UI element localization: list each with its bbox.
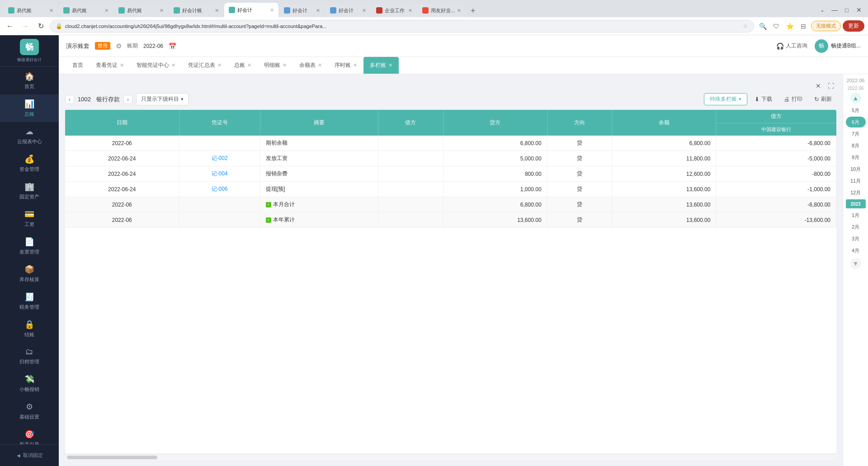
cell-voucher[interactable]: 记-004 (179, 166, 260, 182)
star-icon[interactable]: ☆ (743, 23, 748, 29)
expand-panel-btn[interactable]: ⛶ (826, 80, 836, 91)
voucher-view-close[interactable]: ✕ (120, 62, 124, 68)
sidebar-toggle-icon[interactable]: ⊟ (797, 20, 809, 32)
multi-col-btn[interactable]: 特殊多栏账 ▾ (704, 93, 747, 105)
tab-7[interactable]: 好会计 ✕ (326, 4, 371, 17)
address-bar: ← → ↻ 🔒 cloud2.chanjet.com/accounting/uh… (0, 17, 868, 35)
refresh-label: 刷新 (821, 95, 832, 103)
month-2[interactable]: 2月 (846, 221, 866, 232)
cell-direction: 贷 (547, 197, 612, 212)
refresh-btn[interactable]: ↻ 刷新 (810, 94, 836, 105)
table-row: 2022-06期初余额6,800.00贷6,800.00-6,800.00 (65, 136, 836, 151)
next-account-btn[interactable]: › (123, 95, 132, 104)
cell-debit (378, 212, 443, 228)
month-9[interactable]: 9月 (846, 152, 866, 163)
month-4[interactable]: 4月 (846, 245, 866, 256)
filter-btn[interactable]: 只显示下级科目 ▾ (136, 93, 189, 105)
update-btn[interactable]: 更新 (843, 20, 864, 32)
url-box[interactable]: 🔒 cloud2.chanjet.com/accounting/uh26t264… (50, 20, 754, 33)
tab-list-btn[interactable]: ⌄ (817, 5, 828, 15)
detail-ledger-close[interactable]: ✕ (283, 62, 287, 68)
h-scrollbar[interactable] (65, 454, 836, 460)
tab-3[interactable]: 易代账 ✕ (114, 4, 168, 17)
balance-close[interactable]: ✕ (318, 62, 322, 68)
sidebar-item-closing[interactable]: 🔒 结账 (0, 315, 59, 343)
month-3[interactable]: 3月 (846, 233, 866, 244)
tab-8[interactable]: 企业工作 ✕ (372, 4, 417, 17)
tab-voucher-view[interactable]: 查看凭证 ✕ (90, 57, 130, 74)
month-1[interactable]: 1月 (846, 210, 866, 221)
month-11[interactable]: 11月 (846, 175, 866, 186)
month-12[interactable]: 12月 (846, 187, 866, 198)
tab-voucher-summary[interactable]: 凭证汇总表 ✕ (182, 57, 228, 74)
sidebar-item-expense[interactable]: 💸 小畅报销 (0, 370, 59, 397)
tab-multi-col[interactable]: 多栏账 ✕ (363, 57, 399, 74)
cell-voucher[interactable]: 记-006 (179, 182, 260, 197)
service-btn[interactable]: 🎧 人工咨询 (776, 42, 807, 50)
tab-2[interactable]: 易代账 ✕ (59, 4, 113, 17)
voucher-view-label: 查看凭证 (96, 61, 118, 69)
sidebar-item-home[interactable]: 🏠 首页 (0, 67, 59, 94)
bookmark-icon[interactable]: ⭐ (784, 20, 796, 32)
sidebar-item-tax[interactable]: 🧾 税务管理 (0, 287, 59, 315)
tab-detail-ledger[interactable]: 明细账 ✕ (258, 57, 293, 74)
sidebar-item-guide[interactable]: 🎯 新手引导 (0, 425, 59, 444)
shield-icon[interactable]: 🛡 (770, 20, 782, 32)
calendar-icon[interactable]: 📅 (169, 42, 176, 50)
cell-credit: 800.00 (443, 166, 547, 182)
sidebar-item-fund[interactable]: 💰 资金管理 (0, 150, 59, 177)
cell-voucher[interactable]: 记-002 (179, 151, 260, 166)
sidebar-item-salary[interactable]: 💳 工资 (0, 205, 59, 232)
sidebar-item-settings[interactable]: ⚙ 基础设置 (0, 397, 59, 425)
sidebar-item-archive[interactable]: 🗂 归档管理 (0, 343, 59, 370)
general-ledger-close[interactable]: ✕ (247, 62, 251, 68)
sidebar-item-invoice[interactable]: 📄 发票管理 (0, 232, 59, 260)
scroll-down-btn[interactable]: ▼ (850, 258, 861, 269)
pin-btn[interactable]: ◄ 取消固定 (2, 449, 57, 461)
month-8[interactable]: 8月 (846, 140, 866, 151)
tab-9[interactable]: 用友好业... ✕ (418, 4, 466, 17)
back-btn[interactable]: ← (4, 20, 16, 33)
tab-smart-voucher[interactable]: 智能凭证中心 ✕ (130, 57, 182, 74)
voucher-summary-close[interactable]: ✕ (217, 62, 222, 68)
col-credit: 贷方 (443, 110, 547, 136)
year-2022-label: 2022.06 (847, 78, 865, 83)
tab-1[interactable]: 易代账 ✕ (4, 4, 58, 17)
seq-ledger-close[interactable]: ✕ (353, 62, 357, 68)
tab-seq-ledger[interactable]: 序时账 ✕ (328, 57, 363, 74)
reload-btn[interactable]: ↻ (34, 20, 47, 33)
user-area[interactable]: 畅 畅捷通B组... (815, 39, 861, 53)
search-icon[interactable]: 🔍 (757, 20, 769, 32)
scroll-up-btn[interactable]: ▲ (850, 93, 861, 104)
month-10[interactable]: 10月 (846, 164, 866, 174)
sidebar-item-cloud-report[interactable]: ☁ 云报表中心 (0, 122, 59, 150)
h-scrollbar-thumb[interactable] (67, 456, 157, 459)
tab-general-ledger[interactable]: 总账 ✕ (228, 57, 258, 74)
new-tab-btn[interactable]: + (467, 5, 479, 17)
maximize-btn[interactable]: □ (841, 5, 852, 15)
tab-balance[interactable]: 余额表 ✕ (293, 57, 328, 74)
close-panel-btn[interactable]: ✕ (813, 80, 824, 91)
close-window-btn[interactable]: ✕ (854, 5, 864, 15)
download-btn[interactable]: ⬇ 下载 (750, 94, 777, 105)
smart-voucher-close[interactable]: ✕ (171, 62, 175, 68)
prev-account-btn[interactable]: ‹ (65, 95, 74, 104)
month-7[interactable]: 7月 (846, 128, 866, 139)
month-5[interactable]: 5月 (846, 105, 866, 116)
month-6-active[interactable]: 6月 (846, 117, 866, 127)
sidebar-item-fixed-assets[interactable]: 🏢 固定资产 (0, 177, 59, 205)
wuhen-btn[interactable]: 无痕模式 (811, 21, 841, 31)
sidebar-item-inventory[interactable]: 📦 库存核算 (0, 260, 59, 287)
tab-4[interactable]: 好会计账 ✕ (169, 4, 223, 17)
print-btn[interactable]: 🖨 打印 (779, 94, 807, 105)
settings-gear-icon[interactable]: ⚙ (116, 42, 122, 50)
sidebar-item-general-ledger[interactable]: 📊 总账 (0, 94, 59, 122)
account-badge: 禁用 (95, 42, 110, 50)
tab-5-active[interactable]: 好会计 ✕ (224, 3, 278, 17)
tab-home[interactable]: 首页 (66, 57, 90, 74)
multi-col-close[interactable]: ✕ (388, 62, 392, 68)
minimize-btn[interactable]: — (829, 5, 840, 15)
table-wrapper: 日期 凭证号 摘要 借方 (65, 110, 836, 453)
tab-6[interactable]: 好会计 ✕ (279, 4, 325, 17)
forward-btn[interactable]: → (19, 20, 32, 33)
